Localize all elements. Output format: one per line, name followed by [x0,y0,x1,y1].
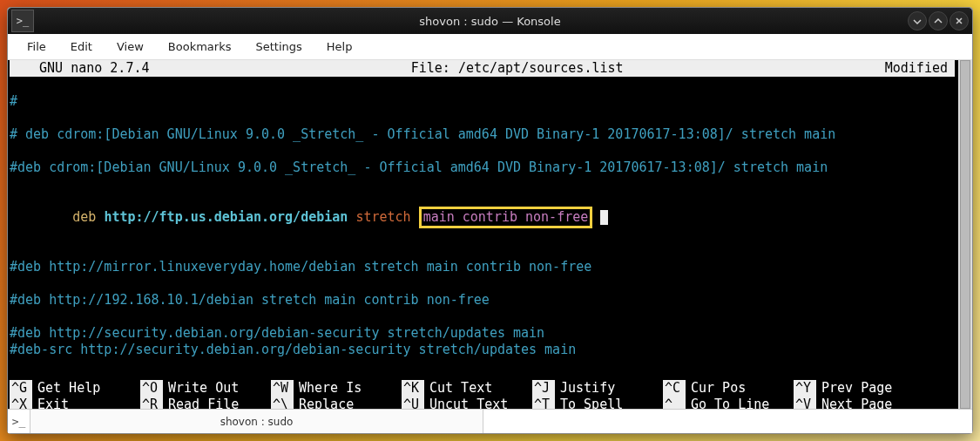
nano-status: Modified [885,60,955,77]
shortcut-label: Exit [32,397,69,409]
token-components: main contrib non-free [423,209,589,225]
new-tab-button[interactable]: >_ [8,410,30,433]
konsole-window: >_ shovon : sudo — Konsole File Edit Vie… [7,7,973,434]
text-cursor [600,210,608,225]
shortcut-key: ^G [10,380,32,397]
shortcut-label: Write Out [163,380,239,397]
src-line: #deb-src http://security.debian.org/debi… [10,342,955,358]
shortcut-row: ^XExit ^RRead File ^\Replace ^UUncut Tex… [10,397,955,409]
window-title: shovon : sudo — Konsole [8,15,972,28]
app-icon: >_ [11,10,34,32]
scrollbar[interactable] [958,60,972,409]
token-url: http://ftp.us.debian.org/debian [104,209,348,225]
menu-file[interactable]: File [15,35,58,58]
shortcut-label: Replace [294,397,354,409]
src-line: #deb cdrom:[Debian GNU/Linux 9.0.0 _Stre… [10,159,955,176]
src-line: #deb http://192.168.10.1/debian stretch … [10,292,955,309]
terminal-area[interactable]: GNU nano 2.7.4 File: /etc/apt/sources.li… [8,60,972,409]
maximize-button[interactable] [929,11,948,31]
src-line: # [10,93,955,110]
shortcut-label: Uncut Text [424,397,508,409]
scrollbar-thumb[interactable] [960,60,970,409]
shortcut-key: ^X [10,397,32,409]
tab[interactable]: shovon : sudo [30,410,483,433]
menu-bookmarks[interactable]: Bookmarks [156,35,244,58]
shortcut-key: ^O [140,380,163,397]
nano-file-label: File: /etc/apt/sources.list [150,60,885,77]
src-line-active: deb http://ftp.us.debian.org/debian stre… [10,193,955,242]
menu-edit[interactable]: Edit [58,35,105,58]
shortcut-label: Where Is [294,380,362,397]
src-line: # deb cdrom:[Debian GNU/Linux 9.0.0 _Str… [10,126,955,143]
shortcut-label: Go To Line [686,397,769,409]
minimize-button[interactable] [908,11,927,31]
src-line: #deb http://security.debian.org/debian-s… [10,325,955,342]
token-deb: deb [72,209,96,225]
nano-header: GNU nano 2.7.4 File: /etc/apt/sources.li… [10,60,955,77]
menu-settings[interactable]: Settings [243,35,314,58]
tabbar: >_ shovon : sudo [8,409,972,433]
shortcut-key: ^T [532,397,555,409]
shortcut-key: ^W [271,380,294,397]
close-button[interactable] [950,11,969,31]
shortcut-key: ^Y [794,380,816,397]
shortcut-label: Read File [163,397,239,409]
shortcut-label: Justify [555,380,615,397]
shortcut-label: Cur Pos [686,380,746,397]
shortcut-key: ^J [532,380,555,397]
shortcut-key: ^K [402,380,424,397]
titlebar: >_ shovon : sudo — Konsole [8,8,972,34]
shortcut-row: ^GGet Help ^OWrite Out ^WWhere Is ^KCut … [10,380,955,397]
highlight-box: main contrib non-free [419,207,593,228]
shortcut-key: ^C [663,380,686,397]
menu-help[interactable]: Help [314,35,365,58]
shortcut-label: Cut Text [424,380,492,397]
src-line: #deb http://mirror.linuxeveryday.home/de… [10,259,955,275]
shortcut-label: Get Help [32,380,100,397]
shortcut-label: Prev Page [816,380,892,397]
shortcut-key: ^V [794,397,816,409]
nano-app-name: GNU nano 2.7.4 [10,60,150,77]
shortcut-key: ^\ [271,397,294,409]
window-controls [908,11,972,31]
shortcut-key: ^R [140,397,163,409]
shortcut-label: To Spell [555,397,623,409]
nano-shortcuts: ^GGet Help ^OWrite Out ^WWhere Is ^KCut … [10,363,955,409]
menu-view[interactable]: View [105,35,156,58]
shortcut-key: ^_ [663,397,686,409]
shortcut-label: Next Page [816,397,892,409]
shortcut-key: ^U [402,397,424,409]
menubar: File Edit View Bookmarks Settings Help [8,34,972,60]
token-dist: stretch [355,209,410,225]
